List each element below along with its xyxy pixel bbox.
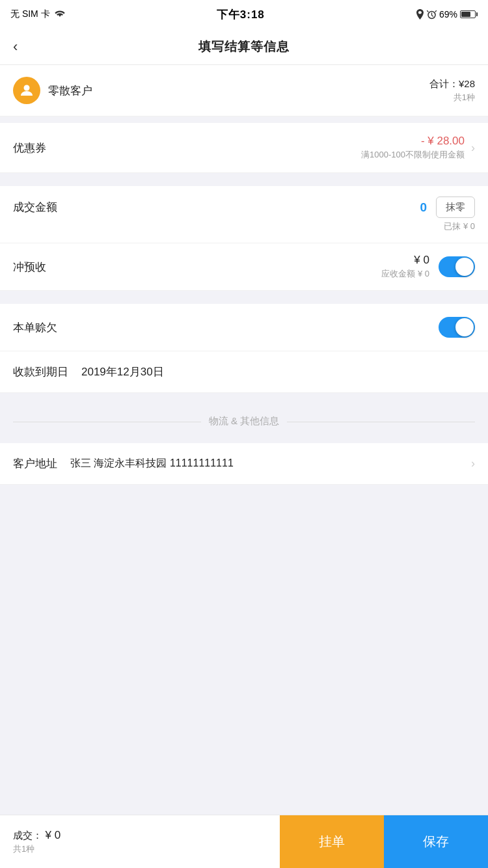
bottom-deal-row: 成交： ¥ 0 [13, 829, 267, 842]
moze-button[interactable]: 抹零 [436, 197, 475, 218]
deal-amount-row: 成交金额 0 抹零 已抹 ¥ 0 [0, 186, 488, 243]
wifi-icon [54, 10, 66, 19]
customer-total: 合计：¥28 [429, 78, 475, 90]
deal-amount-label: 成交金额 [13, 200, 57, 215]
bottom-count: 共1种 [13, 843, 267, 855]
customer-section: 零散客户 合计：¥28 共1种 [0, 65, 488, 116]
status-time: 下午3:18 [217, 7, 265, 22]
prepay-toggle-thumb [455, 258, 474, 276]
save-button[interactable]: 保存 [384, 815, 488, 868]
battery-icon [460, 10, 478, 18]
customer-right: 合计：¥28 共1种 [429, 78, 475, 103]
customer-count: 共1种 [429, 92, 475, 103]
prepay-right: ¥ 0 应收金额 ¥ 0 [381, 254, 475, 280]
debt-section: 本单赊欠 收款到期日 2019年12月30日 [0, 304, 488, 393]
bottom-buttons: 挂单 保存 [280, 815, 488, 868]
coupon-sub: 满1000-100不限制使用金额 [361, 149, 465, 161]
empty-space [0, 491, 488, 621]
address-row[interactable]: 客户地址 张三 海淀永丰科技园 11111111111 › [0, 443, 488, 485]
prepay-val-main: ¥ 0 [381, 254, 429, 267]
hang-button[interactable]: 挂单 [280, 815, 384, 868]
prepay-row: 冲预收 ¥ 0 应收金额 ¥ 0 [0, 243, 488, 291]
main-content: 零散客户 合计：¥28 共1种 优惠券 - ¥ 28.00 满1000-100不… [0, 65, 488, 680]
customer-avatar [13, 77, 40, 104]
bottom-deal-value: ¥ 0 [45, 829, 61, 841]
section-header-text: 物流 & 其他信息 [201, 415, 287, 427]
coupon-label: 优惠券 [13, 141, 46, 156]
debt-toggle-thumb [455, 318, 474, 336]
debt-label: 本单赊欠 [13, 320, 57, 335]
bottom-deal-label: 成交： [13, 830, 42, 841]
nav-bar: ‹ 填写结算等信息 [0, 29, 488, 65]
customer-name: 零散客户 [48, 83, 92, 98]
status-left: 无 SIM 卡 [10, 8, 66, 20]
coupon-value: - ¥ 28.00 [361, 135, 465, 148]
divider-1 [0, 180, 488, 186]
prepay-label: 冲预收 [13, 260, 46, 275]
section-header-logistics: 物流 & 其他信息 [0, 406, 488, 437]
divider-4 [0, 437, 488, 443]
status-right: 69% [416, 9, 478, 20]
prepay-toggle[interactable] [439, 256, 475, 277]
prepay-val-sub: 应收金额 ¥ 0 [381, 268, 429, 280]
customer-row[interactable]: 零散客户 合计：¥28 共1种 [0, 65, 488, 116]
sim-text: 无 SIM 卡 [10, 8, 50, 20]
alarm-icon [427, 10, 437, 20]
deal-amount-right: 0 抹零 [420, 197, 475, 218]
due-date-row[interactable]: 收款到期日 2019年12月30日 [0, 351, 488, 393]
address-chevron-icon: › [471, 457, 475, 470]
status-bar: 无 SIM 卡 下午3:18 69% [0, 0, 488, 29]
coupon-section: 优惠券 - ¥ 28.00 满1000-100不限制使用金额 › [0, 123, 488, 173]
debt-row: 本单赊欠 [0, 304, 488, 351]
due-date-value: 2019年12月30日 [81, 364, 164, 379]
coupon-right: - ¥ 28.00 满1000-100不限制使用金额 › [361, 135, 475, 161]
coupon-chevron-icon: › [471, 141, 475, 155]
prepay-values: ¥ 0 应收金额 ¥ 0 [381, 254, 429, 280]
divider-2 [0, 297, 488, 304]
debt-toggle[interactable] [439, 317, 475, 338]
bottom-bar: 成交： ¥ 0 共1种 挂单 保存 [0, 815, 488, 868]
due-date-label: 收款到期日 [13, 364, 68, 379]
divider-3 [0, 400, 488, 406]
svg-point-1 [24, 85, 30, 91]
battery-percent: 69% [439, 9, 457, 20]
coupon-row[interactable]: 优惠券 - ¥ 28.00 满1000-100不限制使用金额 › [0, 123, 488, 173]
address-label: 客户地址 [13, 456, 57, 471]
deal-amount-sub: 已抹 ¥ 0 [13, 221, 475, 232]
customer-left: 零散客户 [13, 77, 92, 104]
address-value: 张三 海淀永丰科技园 11111111111 [70, 457, 471, 470]
location-icon [416, 9, 424, 20]
deal-amount-value: 0 [420, 200, 427, 215]
back-button[interactable]: ‹ [8, 33, 23, 61]
nav-title: 填写结算等信息 [198, 38, 290, 55]
coupon-value-block: - ¥ 28.00 满1000-100不限制使用金额 [361, 135, 465, 161]
deal-amount-section: 成交金额 0 抹零 已抹 ¥ 0 冲预收 ¥ 0 应收金额 ¥ 0 [0, 186, 488, 291]
address-section: 客户地址 张三 海淀永丰科技园 11111111111 › [0, 443, 488, 485]
bottom-info: 成交： ¥ 0 共1种 [0, 829, 280, 855]
